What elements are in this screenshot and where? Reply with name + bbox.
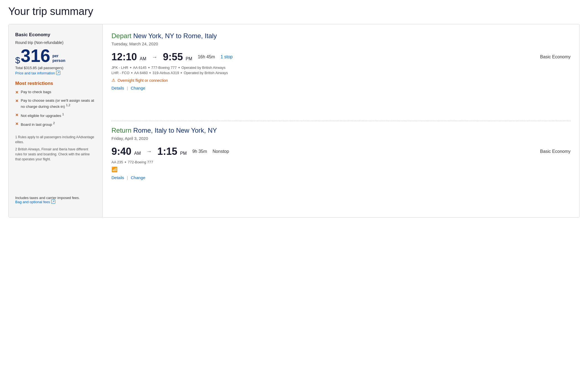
return-duration: 9h 35m bbox=[192, 149, 207, 154]
return-section: Return Rome, Italy to New York, NY Frida… bbox=[111, 127, 571, 210]
section-divider bbox=[111, 121, 571, 121]
depart-change-link[interactable]: Change bbox=[131, 86, 145, 90]
depart-ampm: AM bbox=[140, 56, 146, 61]
bag-fees-link[interactable]: Bag and optional fees ↗ bbox=[15, 200, 55, 204]
dot-divider bbox=[181, 72, 182, 74]
price-dollar-sign: $ bbox=[15, 56, 20, 65]
return-route: Rome, Italy to New York, NY bbox=[133, 127, 217, 134]
right-panel: Depart New York, NY to Rome, Italy Tuesd… bbox=[103, 24, 579, 217]
return-date: Friday, April 3, 2020 bbox=[111, 136, 571, 141]
arrive-time: 9:55 PM bbox=[163, 51, 192, 63]
depart-heading: Depart New York, NY to Rome, Italy bbox=[111, 32, 571, 40]
dot-divider bbox=[149, 72, 151, 74]
overnight-warning: ⚠ Overnight flight or connection bbox=[111, 78, 571, 83]
depart-route: New York, NY to Rome, Italy bbox=[133, 32, 217, 40]
dot-divider bbox=[130, 67, 131, 68]
list-item: ✕ Pay to check bags bbox=[15, 90, 96, 95]
return-arrive-time: 1:15 PM bbox=[157, 146, 187, 157]
price-display: $ 316 perperson bbox=[15, 47, 96, 65]
depart-fare-class: Basic Economy bbox=[540, 54, 571, 59]
dot-divider bbox=[125, 161, 126, 163]
return-action-links: Details | Change bbox=[111, 175, 571, 180]
return-leg1-details: AA 235 772-Boeing 777 bbox=[111, 160, 571, 164]
wifi-icon: 📶 bbox=[111, 167, 118, 172]
depart-leg1-details: JFK - LHR AA 6145 777-Boeing 777 Operate… bbox=[111, 66, 571, 70]
total-price-label: Total $315.85 (all passengers) bbox=[15, 66, 96, 70]
left-footer: Includes taxes and carrier imposed fees.… bbox=[15, 196, 96, 210]
left-panel: Basic Economy Round trip (Non-refundable… bbox=[9, 24, 103, 217]
return-heading: Return Rome, Italy to New York, NY bbox=[111, 127, 571, 134]
external-link-icon: ↗ bbox=[56, 71, 60, 75]
return-arrive-ampm: PM bbox=[180, 151, 187, 156]
price-amount: 316 bbox=[21, 47, 50, 65]
footnote-2: 2 British Airways, Finnair and Iberia ha… bbox=[15, 147, 96, 162]
x-icon: ✕ bbox=[15, 121, 19, 127]
return-label: Return bbox=[111, 127, 131, 134]
flight-arrow-icon: → bbox=[152, 54, 157, 60]
list-item: ✕ Not eligible for upgrades 1 bbox=[15, 112, 96, 118]
warning-icon: ⚠ bbox=[111, 78, 115, 83]
page-title: Your trip summary bbox=[8, 6, 580, 17]
price-tax-link[interactable]: Price and tax information ↗ bbox=[15, 71, 96, 75]
footnote-1: 1 Rules apply to all passengers includin… bbox=[15, 135, 96, 145]
dot-divider bbox=[131, 72, 132, 74]
return-change-link[interactable]: Change bbox=[131, 175, 145, 180]
return-flight-row: 9:40 AM → 1:15 PM 9h 35m Nonstop Basic E… bbox=[111, 146, 571, 157]
return-depart-ampm: AM bbox=[134, 151, 141, 156]
depart-leg2-details: LHR - FCO AA 6460 319-Airbus A319 Operat… bbox=[111, 71, 571, 75]
depart-stops-link[interactable]: 1 stop bbox=[220, 54, 233, 59]
trip-type-label: Round trip (Non-refundable) bbox=[15, 40, 96, 45]
trip-summary-card: Basic Economy Round trip (Non-refundable… bbox=[8, 24, 580, 218]
depart-action-links: Details | Change bbox=[111, 86, 571, 90]
fare-type-label: Basic Economy bbox=[15, 32, 96, 38]
x-icon: ✕ bbox=[15, 98, 19, 104]
return-fare-class: Basic Economy bbox=[540, 149, 571, 154]
restrictions-title: Most restrictions bbox=[15, 81, 96, 86]
depart-time: 12:10 AM bbox=[111, 51, 146, 63]
external-link-icon: ↗ bbox=[51, 200, 55, 204]
return-arrow-icon: → bbox=[146, 148, 152, 155]
list-item: ✕ Board in last group 2 bbox=[15, 121, 96, 127]
dot-divider bbox=[178, 67, 180, 68]
depart-date: Tuesday, March 24, 2020 bbox=[111, 41, 571, 46]
depart-section: Depart New York, NY to Rome, Italy Tuesd… bbox=[111, 32, 571, 115]
depart-duration: 16h 45m bbox=[198, 54, 215, 59]
x-icon: ✕ bbox=[15, 113, 19, 118]
footer-includes-text: Includes taxes and carrier imposed fees. bbox=[15, 196, 96, 200]
x-icon: ✕ bbox=[15, 90, 19, 95]
list-item: ✕ Pay to choose seats (or we'll assign s… bbox=[15, 98, 96, 109]
footnotes: 1 Rules apply to all passengers includin… bbox=[15, 135, 96, 164]
wifi-row: 📶 bbox=[111, 166, 571, 172]
arrive-ampm: PM bbox=[186, 56, 192, 61]
restriction-list: ✕ Pay to check bags ✕ Pay to choose seat… bbox=[15, 90, 96, 130]
depart-details-link[interactable]: Details bbox=[111, 86, 124, 90]
link-separator: | bbox=[127, 86, 128, 90]
return-details-link[interactable]: Details bbox=[111, 175, 124, 180]
depart-flight-row: 12:10 AM → 9:55 PM 16h 45m 1 stop Basic … bbox=[111, 51, 571, 63]
depart-label: Depart bbox=[111, 32, 131, 40]
link-separator: | bbox=[127, 175, 128, 180]
price-per-person-label: perperson bbox=[53, 54, 66, 65]
return-stops: Nonstop bbox=[213, 149, 229, 154]
return-depart-time: 9:40 AM bbox=[111, 146, 141, 157]
dot-divider bbox=[148, 67, 150, 68]
